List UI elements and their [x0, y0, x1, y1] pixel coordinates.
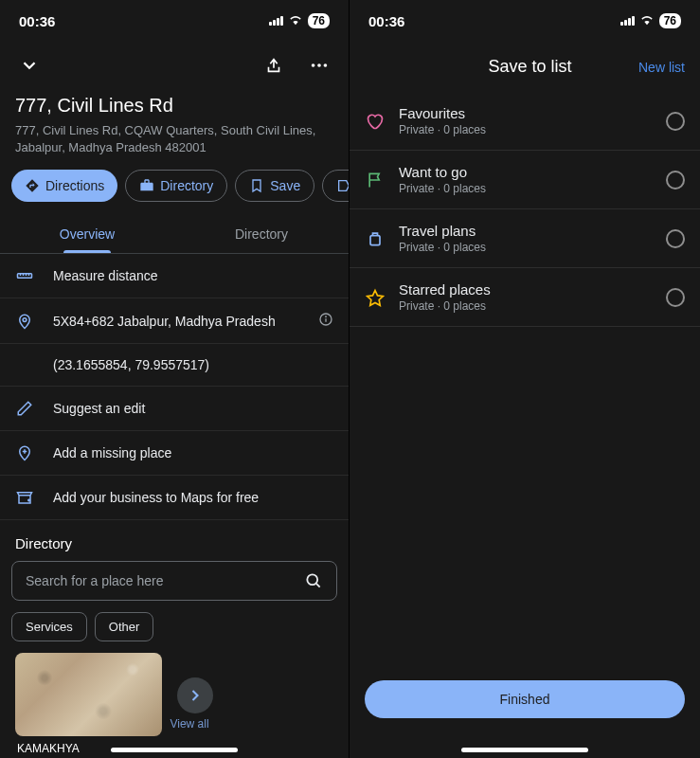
- list-travel-plans[interactable]: Travel plans Private · 0 places: [350, 209, 700, 268]
- next-button[interactable]: [177, 677, 213, 713]
- list-title: Starred places: [399, 281, 653, 298]
- save-to-list-screen: 00:36 76 Save to list New list Favourite…: [350, 0, 700, 758]
- directions-label: Directions: [45, 178, 104, 193]
- star-icon: [365, 288, 386, 307]
- status-bar: 00:36 76: [0, 0, 349, 42]
- place-detail-screen: 00:36 76 777, Civil Lines Rd 777, Civil …: [0, 0, 350, 758]
- tab-overview[interactable]: Overview: [0, 215, 174, 253]
- radio-button[interactable]: [666, 229, 685, 248]
- svg-point-11: [326, 316, 327, 317]
- list-want-to-go[interactable]: Want to go Private · 0 places: [350, 151, 700, 209]
- place-title: 777, Civil Lines Rd: [15, 95, 333, 117]
- coordinates-text: (23.1655854, 79.9557517): [53, 357, 209, 372]
- filter-services[interactable]: Services: [11, 612, 87, 641]
- svg-point-16: [307, 575, 317, 586]
- add-business-row[interactable]: Add your business to Maps for free: [0, 476, 349, 520]
- place-card-image: [15, 653, 162, 736]
- svg-point-1: [317, 63, 321, 67]
- save-chip-label: Save: [270, 178, 300, 193]
- directory-chip-label: Directory: [160, 178, 213, 193]
- save-header: Save to list New list: [350, 42, 700, 92]
- radio-button[interactable]: [666, 288, 685, 307]
- cellular-icon: [620, 16, 635, 26]
- wifi-icon: [288, 12, 303, 30]
- storefront-icon: [15, 489, 34, 506]
- tab-bar: Overview Directory: [0, 215, 349, 254]
- ruler-icon: [15, 267, 34, 284]
- status-bar: 00:36 76: [350, 0, 700, 42]
- finished-button[interactable]: Finished: [365, 680, 685, 718]
- status-indicators: 76: [269, 12, 330, 30]
- more-button[interactable]: [305, 51, 333, 83]
- title-section: 777, Civil Lines Rd 777, Civil Lines Rd,…: [0, 91, 349, 170]
- place-address: 777, Civil Lines Rd, CQAW Quarters, Sout…: [15, 122, 333, 156]
- coordinates-row[interactable]: (23.1655854, 79.9557517): [0, 344, 349, 387]
- filter-chips: Services Other: [0, 612, 349, 653]
- save-header-title: Save to list: [422, 57, 638, 77]
- label-chip[interactable]: L: [322, 170, 349, 202]
- action-chips-row: Directions Directory Save L: [0, 170, 349, 215]
- save-chip[interactable]: Save: [235, 170, 314, 202]
- radio-button[interactable]: [666, 112, 685, 131]
- share-button[interactable]: [260, 51, 288, 83]
- tab-directory[interactable]: Directory: [174, 215, 349, 253]
- pencil-icon: [15, 400, 34, 417]
- save-list: Favourites Private · 0 places Want to go…: [350, 92, 700, 327]
- wifi-icon: [639, 12, 655, 30]
- measure-label: Measure distance: [53, 268, 333, 283]
- place-card[interactable]: KAMAKHYA: [15, 653, 162, 755]
- info-icon[interactable]: [318, 312, 333, 330]
- plus-code-row[interactable]: 5X84+682 Jabalpur, Madhya Pradesh: [0, 298, 349, 344]
- battery-indicator: 76: [659, 13, 681, 28]
- filter-other[interactable]: Other: [95, 612, 154, 641]
- directory-chip[interactable]: Directory: [125, 170, 227, 202]
- svg-marker-19: [368, 290, 384, 305]
- add-missing-row[interactable]: Add a missing place: [0, 431, 349, 476]
- list-title: Favourites: [399, 105, 653, 121]
- directory-section-header: Directory: [0, 520, 349, 561]
- status-time: 00:36: [368, 13, 404, 29]
- collapse-button[interactable]: [15, 51, 44, 83]
- info-list: Measure distance 5X84+682 Jabalpur, Madh…: [0, 254, 349, 520]
- svg-point-0: [312, 63, 315, 67]
- flag-icon: [365, 171, 386, 190]
- add-missing-label: Add a missing place: [53, 445, 333, 460]
- search-icon: [304, 571, 323, 590]
- location-pin-icon: [15, 313, 34, 330]
- list-sub: Private · 0 places: [399, 182, 653, 195]
- view-all-label: View all: [170, 717, 208, 731]
- home-indicator[interactable]: [461, 748, 588, 752]
- svg-rect-18: [370, 235, 380, 244]
- battery-indicator: 76: [308, 13, 330, 28]
- status-indicators: 76: [620, 12, 681, 30]
- heart-icon: [365, 112, 386, 131]
- suitcase-icon: [365, 229, 386, 248]
- svg-point-8: [23, 318, 27, 322]
- svg-line-17: [316, 584, 320, 587]
- list-title: Travel plans: [399, 223, 653, 239]
- list-sub: Private · 0 places: [399, 299, 653, 313]
- cellular-icon: [269, 16, 283, 26]
- directions-button[interactable]: Directions: [11, 170, 117, 202]
- directory-cards: KAMAKHYA View all: [0, 653, 349, 755]
- new-list-button[interactable]: New list: [638, 60, 685, 75]
- search-input[interactable]: [26, 573, 304, 588]
- measure-distance-row[interactable]: Measure distance: [0, 254, 349, 298]
- suggest-edit-label: Suggest an edit: [53, 401, 333, 416]
- radio-button[interactable]: [666, 171, 685, 190]
- add-location-icon: [15, 444, 34, 461]
- list-title: Want to go: [399, 164, 653, 180]
- top-action-bar: [0, 42, 349, 91]
- list-starred[interactable]: Starred places Private · 0 places: [350, 268, 700, 327]
- list-favourites[interactable]: Favourites Private · 0 places: [350, 92, 700, 151]
- directory-search[interactable]: [11, 561, 337, 601]
- svg-point-2: [324, 63, 328, 67]
- add-business-label: Add your business to Maps for free: [53, 490, 333, 505]
- home-indicator[interactable]: [111, 748, 238, 752]
- status-time: 00:36: [19, 13, 55, 29]
- list-sub: Private · 0 places: [399, 241, 653, 254]
- plus-code-text: 5X84+682 Jabalpur, Madhya Pradesh: [53, 314, 299, 329]
- list-sub: Private · 0 places: [399, 123, 653, 136]
- suggest-edit-row[interactable]: Suggest an edit: [0, 387, 349, 431]
